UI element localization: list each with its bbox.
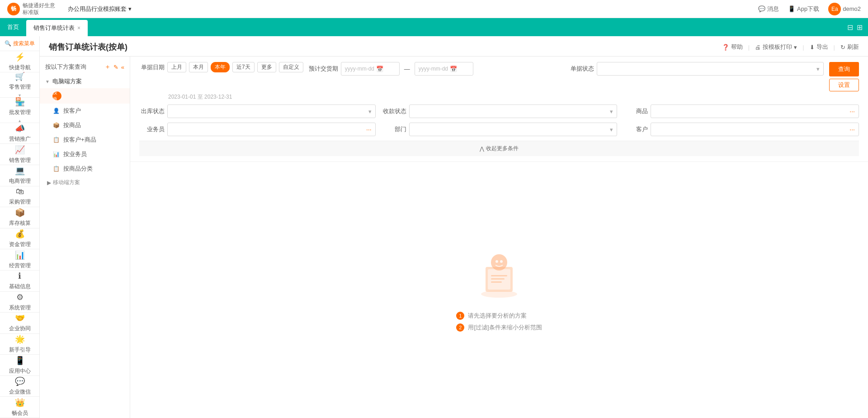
user-menu[interactable]: Ea demo2 [828, 3, 861, 15]
date-btn-7days[interactable]: 近7天 [232, 62, 255, 72]
print-button[interactable]: 🖨 按模板打印 ▾ [755, 43, 797, 51]
salesperson-input[interactable]: ··· [167, 123, 376, 136]
department-label: 部门 [381, 125, 406, 133]
settings-button[interactable]: 设置 [829, 79, 859, 91]
goods-label: 商品 [623, 107, 648, 115]
collapse-button[interactable]: ⋀ 收起更多条件 [139, 141, 859, 156]
message-button[interactable]: 💬 消息 [758, 5, 779, 13]
status-select-arrow: ▾ [816, 66, 820, 72]
maximize-icon[interactable]: ⊞ [857, 23, 863, 32]
svg-point-3 [491, 254, 507, 271]
refresh-icon: ↻ [840, 44, 845, 51]
purchase-icon: 🛍 [16, 187, 24, 196]
sidebar-item-purchase[interactable]: 🛍 采购管理 [0, 186, 39, 208]
search-menu-button[interactable]: 🔍 搜索菜单 [0, 36, 39, 51]
scheme-panel: 按以下方案查询 ＋ ✎ « ▼ 电脑端方案 按单 [40, 57, 130, 418]
department-group: 部门 ▾ [381, 123, 618, 136]
goods-group: 商品 ··· [623, 104, 859, 118]
date-btn-custom[interactable]: 自定义 [279, 62, 303, 72]
date-btn-last-month[interactable]: 上月 [167, 62, 186, 72]
svg-rect-8 [491, 281, 502, 283]
chevron-up-icon: ▴ [19, 118, 21, 123]
print-icon: 🖨 [755, 44, 761, 51]
expected-date-start[interactable]: yyyy-mm-dd 📅 [341, 62, 400, 76]
empty-illustration [472, 249, 526, 304]
sidebar-item-ecommerce[interactable]: 💻 电商管理 [0, 165, 39, 186]
basic-info-icon: ℹ [18, 271, 21, 281]
scheme-item-by-goods[interactable]: 📦 按商品 [40, 118, 130, 133]
goods-more-icon[interactable]: ··· [849, 108, 855, 115]
top-bar-right: 💬 消息 📱 App下载 Ea demo2 [758, 3, 861, 15]
tab-sales-order[interactable]: 销售订单统计表 × [26, 20, 88, 36]
goods-input[interactable]: ··· [651, 104, 859, 118]
customer-input[interactable]: ··· [651, 123, 859, 136]
tab-close-icon[interactable]: × [77, 25, 80, 31]
sidebar-item-app-center[interactable]: 📱 应用中心 [0, 355, 39, 376]
status-select[interactable]: ▾ [597, 62, 824, 76]
svg-rect-7 [491, 278, 505, 280]
company-selector[interactable]: 办公用品行业模拟账套 ▾ [68, 5, 132, 13]
svg-point-4 [495, 260, 498, 263]
sidebar-item-inventory[interactable]: 📦 库存核算 [0, 207, 39, 228]
quick-nav-icon: ⚡ [15, 52, 25, 62]
sidebar-item-finance[interactable]: 💰 资金管理 [0, 228, 39, 250]
date-btn-this-year[interactable]: 本年 [211, 62, 230, 72]
sidebar-item-system[interactable]: ⚙ 系统管理 [0, 292, 39, 313]
system-icon: ⚙ [16, 292, 24, 302]
chevron-down-icon: ▾ [128, 5, 132, 12]
sidebar-item-sales[interactable]: 📈 销售管理 [0, 144, 39, 165]
sidebar-item-marketing[interactable]: 📣 营销推广 [0, 123, 39, 144]
date-buttons: 上月 本月 本年 近7天 更多 自定义 [167, 62, 303, 72]
scheme-item-by-category[interactable]: 📋 按商品分类 [40, 162, 130, 176]
scheme-desktop-header[interactable]: ▼ 电脑端方案 [40, 75, 130, 88]
scheme-item-by-order[interactable]: 按单 [40, 88, 130, 104]
customer-more-icon[interactable]: ··· [849, 126, 855, 133]
edit-scheme-icon[interactable]: ✎ [113, 64, 118, 71]
status-label: 单据状态 [569, 65, 594, 73]
filter-row-1: 单据日期 上月 本月 本年 近7天 更多 自定义 [139, 62, 859, 91]
tab-home[interactable]: 首页 [0, 18, 26, 36]
tab-bar: 首页 销售订单统计表 × ⊟ ⊞ [0, 18, 868, 36]
scheme-actions: ＋ ✎ « [104, 63, 124, 71]
sidebar-item-operation[interactable]: 📊 经营管理 [0, 249, 39, 271]
scheme-mobile-header[interactable]: ▶ 移动端方案 [40, 176, 130, 189]
sidebar-item-newbie[interactable]: 🌟 新手引导 [0, 334, 39, 355]
help-button[interactable]: ❓ 帮助 [722, 43, 743, 51]
export-button[interactable]: ⬇ 导出 [810, 43, 828, 51]
scheme-item-by-customer-goods[interactable]: 📋 按客户+商品 [40, 133, 130, 147]
date-label: 单据日期 [139, 63, 165, 71]
app-download-button[interactable]: 📱 App下载 [788, 5, 819, 13]
expected-date-group: 预计交货期 yyyy-mm-dd 📅 — yyyy-mm-dd 📅 [309, 62, 564, 76]
expected-date-end[interactable]: yyyy-mm-dd 📅 [415, 62, 473, 76]
sidebar-item-basic-info[interactable]: ℹ 基础信息 [0, 271, 39, 292]
app-center-icon: 📱 [15, 356, 25, 366]
customer-goods-scheme-icon: 📋 [52, 136, 60, 143]
department-select[interactable]: ▾ [409, 123, 618, 136]
svg-point-5 [500, 260, 503, 263]
scheme-item-by-salesperson[interactable]: 📊 按业务员 [40, 147, 130, 162]
sidebar-item-wechat[interactable]: 💬 企业微信 [0, 376, 39, 397]
logo-icon: 畅 [7, 3, 20, 15]
sidebar-item-member[interactable]: 👑 畅会员 [0, 397, 39, 418]
payment-status-select[interactable]: ▾ [409, 104, 618, 118]
date-btn-this-month[interactable]: 本月 [189, 62, 208, 72]
add-scheme-icon[interactable]: ＋ [104, 63, 111, 71]
collapse-scheme-icon[interactable]: « [121, 64, 124, 71]
scheme-item-by-customer[interactable]: 👤 按客户 [40, 104, 130, 118]
customer-label: 客户 [623, 125, 648, 133]
query-button[interactable]: 查询 [829, 62, 859, 76]
minimize-icon[interactable]: ⊟ [847, 23, 853, 32]
sidebar-item-quick-nav[interactable]: ⚡ 快捷导航 [0, 51, 39, 72]
goods-scheme-icon: 📦 [52, 122, 60, 129]
date-btn-more[interactable]: 更多 [257, 62, 276, 72]
salesperson-more-icon[interactable]: ··· [366, 126, 372, 133]
refresh-button[interactable]: ↻ 刷新 [840, 43, 859, 51]
main-layout: 🔍 搜索菜单 ⚡ 快捷导航 🛒 零售管理 ▾ 🏪 批发管理 ▴ 📣 营销推广 📈… [0, 36, 868, 418]
scheme-desktop-group: ▼ 电脑端方案 按单 👤 按客户 📦 [40, 75, 130, 176]
sidebar-item-enterprise[interactable]: 🤝 企业协同 [0, 313, 39, 334]
sidebar-item-retail[interactable]: 🛒 零售管理 ▾ [0, 72, 39, 98]
filter-row-3: 业务员 ··· 部门 ▾ [139, 123, 859, 136]
delivery-status-select[interactable]: ▾ [167, 104, 376, 118]
wechat-icon: 💬 [15, 376, 25, 386]
sidebar-item-wholesale[interactable]: 🏪 批发管理 ▴ [0, 98, 39, 123]
